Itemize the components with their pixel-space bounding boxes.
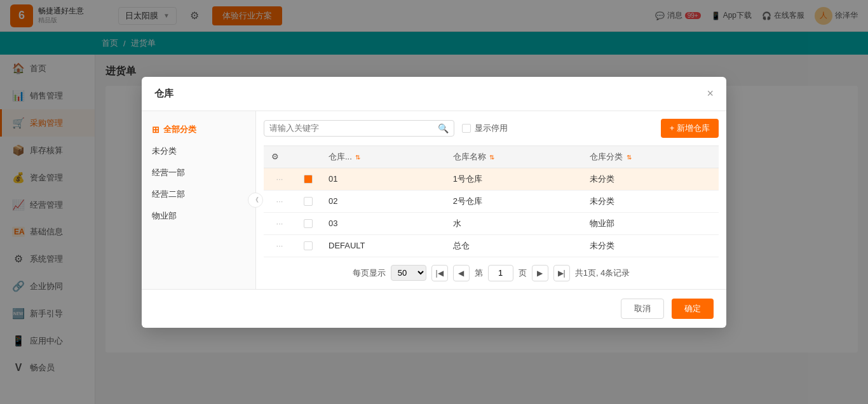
warehouse-table: ⚙ 仓库... ⇅ 仓库名称 ⇅ 仓库分类 — [264, 145, 719, 257]
category-item-property[interactable]: 物业部 — [142, 205, 255, 227]
search-box: 🔍 — [264, 120, 454, 137]
row-code: 03 — [321, 212, 445, 234]
table-row[interactable]: ··· DEFAULT 总仓 未分类 — [264, 234, 719, 257]
toolbar: 🔍 显示停用 + 新增仓库 — [264, 119, 719, 138]
th-check — [295, 145, 321, 168]
th-code-label: 仓库... — [329, 152, 352, 161]
th-category-label: 仓库分类 — [590, 152, 623, 161]
row-code: 01 — [321, 168, 445, 190]
row-settings[interactable]: ··· — [264, 190, 295, 212]
dialog-close-button[interactable]: × — [707, 87, 714, 100]
table-row[interactable]: ··· 01 1号仓库 未分类 — [264, 168, 719, 190]
th-settings: ⚙ — [264, 145, 295, 168]
category-item-all[interactable]: ⊞ 全部分类 — [142, 119, 255, 140]
warehouse-dialog: 仓库 × 《 ⊞ 全部分类 未分类 经营一部 经营二部 — [142, 77, 726, 328]
th-name[interactable]: 仓库名称 ⇅ — [445, 145, 582, 168]
category-panel: 《 ⊞ 全部分类 未分类 经营一部 经营二部 物业部 — [142, 111, 256, 289]
category-op1-label: 经营一部 — [152, 167, 185, 178]
row-checkbox[interactable] — [295, 190, 321, 212]
category-property-label: 物业部 — [152, 210, 177, 222]
cancel-button[interactable]: 取消 — [621, 299, 664, 319]
category-op2-label: 经营二部 — [152, 189, 185, 200]
row-settings[interactable]: ··· — [264, 168, 295, 190]
confirm-button[interactable]: 确定 — [672, 299, 714, 319]
page-suffix-label: 页 — [519, 267, 527, 279]
add-warehouse-button[interactable]: + 新增仓库 — [661, 119, 719, 138]
table-row[interactable]: ··· 02 2号仓库 未分类 — [264, 190, 719, 212]
th-category[interactable]: 仓库分类 ⇅ — [582, 145, 719, 168]
category-all-label: 全部分类 — [163, 124, 196, 135]
row-code: 02 — [321, 190, 445, 212]
category-unclassified-label: 未分类 — [152, 145, 177, 157]
table-row[interactable]: ··· 03 水 物业部 — [264, 212, 719, 234]
row-checkbox[interactable] — [295, 234, 321, 257]
row-name: 2号仓库 — [445, 190, 582, 212]
row-settings[interactable]: ··· — [264, 212, 295, 234]
row-checkbox[interactable] — [295, 212, 321, 234]
th-code[interactable]: 仓库... ⇅ — [321, 145, 445, 168]
per-page-label: 每页显示 — [353, 267, 386, 279]
dialog-body: 《 ⊞ 全部分类 未分类 经营一部 经营二部 物业部 — [142, 111, 726, 289]
row-name: 总仓 — [445, 234, 582, 257]
dialog-footer: 取消 确定 — [142, 289, 726, 328]
first-page-button[interactable]: |◀ — [431, 265, 448, 281]
next-page-button[interactable]: ▶ — [532, 265, 548, 281]
dialog-overlay: 仓库 × 《 ⊞ 全部分类 未分类 经营一部 经营二部 — [0, 0, 868, 404]
th-name-label: 仓库名称 — [453, 152, 486, 161]
show-disabled-label[interactable]: 显示停用 — [462, 123, 508, 134]
table-body: ··· 01 1号仓库 未分类 ··· 02 2号仓库 未分类 ··· 03 水… — [264, 168, 719, 257]
sort-code-icon: ⇅ — [355, 154, 360, 161]
row-name: 1号仓库 — [445, 168, 582, 190]
category-item-op1[interactable]: 经营一部 — [142, 162, 255, 184]
page-prefix-label: 第 — [475, 267, 483, 279]
show-disabled-checkbox[interactable] — [462, 124, 471, 133]
row-name: 水 — [445, 212, 582, 234]
search-input[interactable] — [269, 123, 438, 133]
total-label: 共1页, 4条记录 — [575, 267, 630, 279]
category-item-unclassified[interactable]: 未分类 — [142, 140, 255, 162]
search-icon[interactable]: 🔍 — [438, 123, 449, 133]
show-disabled-text: 显示停用 — [475, 123, 508, 134]
per-page-select[interactable]: 50 20 100 — [391, 265, 426, 281]
prev-page-button[interactable]: ◀ — [453, 265, 470, 281]
row-category: 未分类 — [582, 190, 719, 212]
dialog-header: 仓库 × — [142, 77, 726, 111]
last-page-button[interactable]: ▶| — [553, 265, 570, 281]
category-item-op2[interactable]: 经营二部 — [142, 184, 255, 205]
sort-name-icon: ⇅ — [489, 154, 494, 161]
collapse-button[interactable]: 《 — [248, 192, 263, 208]
pagination: 每页显示 50 20 100 |◀ ◀ 第 页 ▶ ▶| 共1页, 4条记录 — [264, 265, 719, 281]
row-category: 未分类 — [582, 234, 719, 257]
dialog-title: 仓库 — [154, 88, 173, 100]
row-category: 物业部 — [582, 212, 719, 234]
row-category: 未分类 — [582, 168, 719, 190]
row-settings[interactable]: ··· — [264, 234, 295, 257]
sort-category-icon: ⇅ — [627, 154, 632, 161]
warehouse-right-panel: 🔍 显示停用 + 新增仓库 ⚙ 仓库. — [256, 111, 726, 289]
table-header-row: ⚙ 仓库... ⇅ 仓库名称 ⇅ 仓库分类 — [264, 145, 719, 168]
page-input[interactable] — [488, 265, 513, 281]
category-all-icon: ⊞ — [152, 125, 159, 135]
row-code: DEFAULT — [321, 234, 445, 257]
row-checkbox[interactable] — [295, 168, 321, 190]
